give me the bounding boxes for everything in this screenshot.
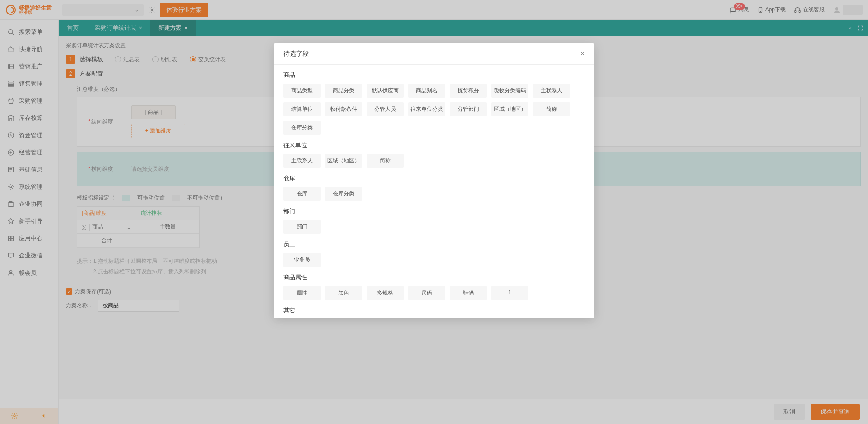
field-group-title: 往来单位 <box>283 141 585 149</box>
field-group-title: 仓库 <box>283 174 585 182</box>
field-chip[interactable]: 1 <box>491 286 528 300</box>
field-group-5: 商品属性属性颜色多规格尺码鞋码1 <box>283 273 585 300</box>
field-chip[interactable]: 默认供应商 <box>367 84 404 98</box>
field-group-title: 部门 <box>283 207 585 215</box>
field-chip[interactable]: 主联系人 <box>283 154 321 168</box>
field-chip[interactable]: 商品别名 <box>408 84 445 98</box>
field-group-title: 员工 <box>283 240 585 248</box>
field-chip[interactable]: 区域（地区） <box>325 154 362 168</box>
field-chip[interactable]: 税收分类编码 <box>491 84 528 98</box>
field-chip[interactable]: 分管部门 <box>450 102 487 116</box>
field-chip[interactable]: 商品类型 <box>283 84 321 98</box>
field-chip[interactable]: 多规格 <box>367 286 404 300</box>
field-group-title: 商品属性 <box>283 273 585 281</box>
close-icon[interactable]: × <box>580 50 585 58</box>
field-group-1: 往来单位主联系人区域（地区）简称 <box>283 141 585 168</box>
field-group-2: 仓库仓库仓库分类 <box>283 174 585 201</box>
field-chip[interactable]: 部门 <box>283 220 321 234</box>
field-chip[interactable]: 往来单位分类 <box>408 102 445 116</box>
field-chip[interactable]: 简称 <box>367 154 404 168</box>
field-chip[interactable]: 主联系人 <box>533 84 570 98</box>
field-chip[interactable]: 收付款条件 <box>325 102 362 116</box>
field-group-3: 部门部门 <box>283 207 585 234</box>
field-selector-modal: 待选字段 × 商品商品类型商品分类默认供应商商品别名拣货积分税收分类编码主联系人… <box>274 43 594 318</box>
field-chip[interactable]: 颜色 <box>325 286 362 300</box>
field-chip[interactable]: 仓库分类 <box>325 187 362 201</box>
field-chip[interactable]: 尺码 <box>408 286 445 300</box>
field-chip[interactable]: 简称 <box>533 102 570 116</box>
field-chip[interactable]: 区域（地区） <box>491 102 528 116</box>
field-chip[interactable]: 拣货积分 <box>450 84 487 98</box>
modal-title: 待选字段 <box>283 50 309 58</box>
field-group-6: 其它单据日期项目 <box>283 306 585 318</box>
field-chip[interactable]: 属性 <box>283 286 321 300</box>
field-chip[interactable]: 仓库 <box>283 187 321 201</box>
field-group-0: 商品商品类型商品分类默认供应商商品别名拣货积分税收分类编码主联系人结算单位收付款… <box>283 71 585 135</box>
field-chip[interactable]: 仓库分类 <box>283 121 321 135</box>
field-chip[interactable]: 商品分类 <box>325 84 362 98</box>
field-chip[interactable]: 业务员 <box>283 253 321 267</box>
field-chip[interactable]: 分管人员 <box>367 102 404 116</box>
field-group-title: 商品 <box>283 71 585 79</box>
field-group-4: 员工业务员 <box>283 240 585 267</box>
field-chip[interactable]: 结算单位 <box>283 102 321 116</box>
field-group-title: 其它 <box>283 306 585 314</box>
field-chip[interactable]: 鞋码 <box>450 286 487 300</box>
